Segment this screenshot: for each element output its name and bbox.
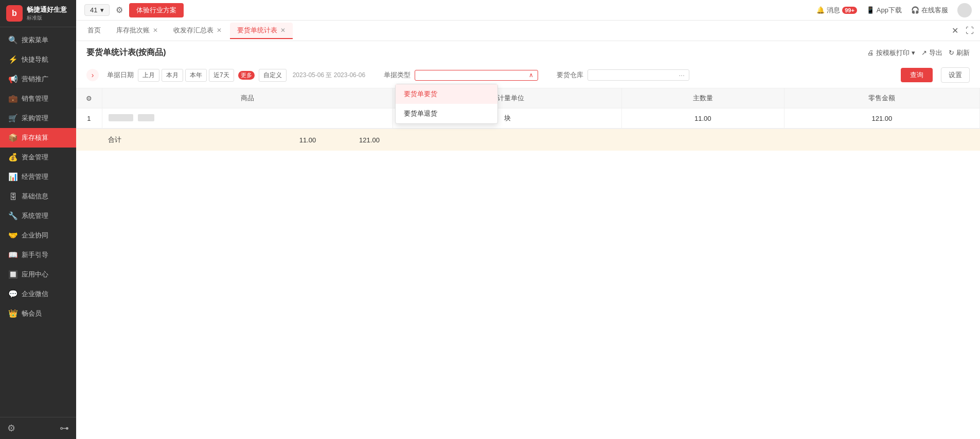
sidebar-item-畅会员[interactable]: 👑畅会员 — [0, 304, 76, 323]
date-btn-近7天[interactable]: 近7天 — [209, 69, 234, 82]
close-all-tabs-button[interactable]: ✕ — [950, 25, 960, 36]
warehouse-more-icon[interactable]: ··· — [679, 71, 685, 79]
expand-tabs-button[interactable]: ⛶ — [964, 25, 976, 36]
tab-label: 库存批次账 — [116, 26, 150, 35]
tab-close-icon[interactable]: ✕ — [217, 27, 222, 34]
date-btn-本月[interactable]: 本月 — [162, 69, 183, 82]
date-btn-上月[interactable]: 上月 — [138, 69, 159, 82]
avatar[interactable] — [957, 3, 972, 17]
sidebar-item-营销推广[interactable]: 📢营销推广 — [0, 69, 76, 89]
date-filter-label: 单据日期 — [107, 70, 134, 80]
app-download-btn[interactable]: 📱 App下载 — [866, 6, 902, 15]
refresh-button[interactable]: ↻ 刷新 — [949, 48, 970, 58]
query-button[interactable]: 查询 — [901, 68, 933, 82]
tab-close-icon[interactable]: ✕ — [153, 27, 158, 34]
dropdown-item-要货单退货[interactable]: 要货单退货 — [396, 104, 497, 123]
bell-icon: 🔔 — [816, 6, 825, 14]
sidebar-item-新手引导[interactable]: 📖新手引导 — [0, 245, 76, 265]
page-content: 要货单统计表(按商品) 🖨 按模板打印 ▾ ↗ 导出 ↻ 刷新 — [76, 41, 980, 439]
nav-label: 新手引导 — [22, 250, 48, 260]
tab-首页[interactable]: 首页 — [80, 23, 108, 39]
messages-btn[interactable]: 🔔 消息 99+ — [816, 6, 857, 15]
date-buttons: 上月本月本年近7天 — [138, 69, 234, 82]
tab-label: 首页 — [87, 26, 101, 35]
table-row: 1 块 11.00 121.00 — [76, 108, 980, 129]
messages-badge: 99+ — [842, 7, 857, 14]
tab-要货单统计表[interactable]: 要货单统计表✕ — [230, 23, 293, 39]
col-settings[interactable]: ⚙ — [76, 88, 102, 108]
sidebar-item-销售管理[interactable]: 💼销售管理 — [0, 89, 76, 108]
sidebar-item-快捷导航[interactable]: ⚡快捷导航 — [0, 50, 76, 69]
filter-expand-button[interactable]: › — [86, 69, 99, 81]
export-icon: ↗ — [921, 49, 927, 57]
tab-库存批次账[interactable]: 库存批次账✕ — [109, 23, 165, 39]
sidebar-item-企业微信[interactable]: 💬企业微信 — [0, 284, 76, 304]
nav-label: 资金管理 — [22, 153, 48, 162]
main-area: 41 ▾ ⚙ 体验行业方案 🔔 消息 99+ 📱 App下载 🎧 在线客服 首页… — [76, 0, 980, 439]
col-product: 商品 — [102, 88, 393, 108]
more-badge[interactable]: 更多 — [238, 71, 255, 80]
settings-filter-button[interactable]: 设置 — [941, 67, 970, 83]
refresh-icon: ↻ — [949, 49, 954, 57]
nav-icon: 🗄 — [8, 192, 17, 201]
tab-bar-actions: ✕ ⛶ — [950, 25, 976, 36]
print-icon: 🖨 — [867, 49, 874, 57]
nav-label: 采购管理 — [22, 114, 48, 123]
nav-icon: 🤝 — [8, 231, 17, 240]
tab-close-icon[interactable]: ✕ — [280, 27, 286, 34]
sidebar-item-系统管理[interactable]: 🔧系统管理 — [0, 206, 76, 226]
type-filter-input[interactable] — [419, 71, 527, 79]
sidebar-item-库存核算[interactable]: 📦库存核算 — [0, 128, 76, 148]
nav-label: 畅会员 — [22, 309, 42, 318]
header-settings-icon[interactable]: ⚙ — [116, 5, 123, 15]
date-btn-本年[interactable]: 本年 — [185, 69, 207, 82]
footer-total-label: 合计 — [108, 136, 121, 143]
data-table: ⚙ 商品 主计量单位 主数量 零售金额 1 块 11.00 121.00 — [76, 88, 980, 129]
table-footer: 合计 11.00 121.00 — [76, 129, 980, 151]
sidebar-item-企业协同[interactable]: 🤝企业协同 — [0, 226, 76, 245]
warehouse-filter-input[interactable] — [592, 71, 679, 79]
filter-bar: › 单据日期 上月本月本年近7天 更多 自定义 2023-05-06 至 202… — [76, 62, 980, 88]
online-service-btn[interactable]: 🎧 在线客服 — [911, 6, 948, 15]
sidebar-footer: ⚙ ⊶ — [0, 417, 76, 439]
tab-label: 收发存汇总表 — [173, 26, 213, 35]
export-button[interactable]: ↗ 导出 — [921, 48, 942, 58]
collapse-icon[interactable]: ⊶ — [60, 423, 69, 434]
custom-date-btn[interactable]: 自定义 — [259, 69, 287, 82]
type-chevron-up-icon[interactable]: ∧ — [529, 71, 533, 79]
trial-button[interactable]: 体验行业方案 — [129, 3, 184, 17]
content-wrapper: 要货单统计表(按商品) 🖨 按模板打印 ▾ ↗ 导出 ↻ 刷新 — [76, 41, 980, 439]
chevron-down-icon: ▾ — [100, 6, 104, 14]
nav-icon: ⚡ — [8, 55, 17, 64]
date-filter-group: 单据日期 上月本月本年近7天 更多 自定义 2023-05-06 至 2023-… — [107, 69, 365, 82]
type-filter-group: 单据类型 ∧ — [384, 70, 538, 81]
col-qty: 主数量 — [621, 88, 784, 108]
header-right: 🔔 消息 99+ 📱 App下载 🎧 在线客服 — [816, 3, 972, 17]
tab-收发存汇总表[interactable]: 收发存汇总表✕ — [166, 23, 229, 39]
nav-label: 快捷导航 — [22, 55, 48, 64]
warehouse-filter-label: 要货仓库 — [557, 70, 583, 80]
sidebar-item-采购管理[interactable]: 🛒采购管理 — [0, 108, 76, 128]
sidebar-item-资金管理[interactable]: 💰资金管理 — [0, 148, 76, 167]
nav-icon: 🛒 — [8, 114, 17, 123]
nav-label: 经营管理 — [22, 172, 48, 181]
nav-icon: 📢 — [8, 75, 17, 84]
phone-icon: 📱 — [866, 6, 875, 14]
store-selector[interactable]: 41 ▾ — [84, 4, 110, 16]
table-container: ⚙ 商品 主计量单位 主数量 零售金额 1 块 11.00 121.00 — [76, 88, 980, 129]
settings-icon[interactable]: ⚙ — [7, 423, 15, 434]
tab-label: 要货单统计表 — [237, 26, 277, 35]
date-range-display: 2023-05-06 至 2023-06-06 — [293, 71, 365, 80]
sidebar-item-经营管理[interactable]: 📊经营管理 — [0, 167, 76, 187]
nav-label: 基础信息 — [22, 192, 48, 201]
sidebar-item-基础信息[interactable]: 🗄基础信息 — [0, 187, 76, 206]
sidebar-item-搜索菜单[interactable]: 🔍搜索菜单 — [0, 30, 76, 50]
nav-icon: 📖 — [8, 250, 17, 260]
print-button[interactable]: 🖨 按模板打印 ▾ — [867, 48, 915, 58]
warehouse-input-wrap: ··· — [587, 69, 689, 81]
sidebar-item-应用中心[interactable]: 🔲应用中心 — [0, 265, 76, 284]
nav-label: 销售管理 — [22, 94, 48, 103]
store-name: 41 — [90, 6, 97, 14]
header-left: 41 ▾ ⚙ 体验行业方案 — [84, 3, 184, 17]
dropdown-item-要货单要货[interactable]: 要货单要货 — [396, 84, 497, 104]
